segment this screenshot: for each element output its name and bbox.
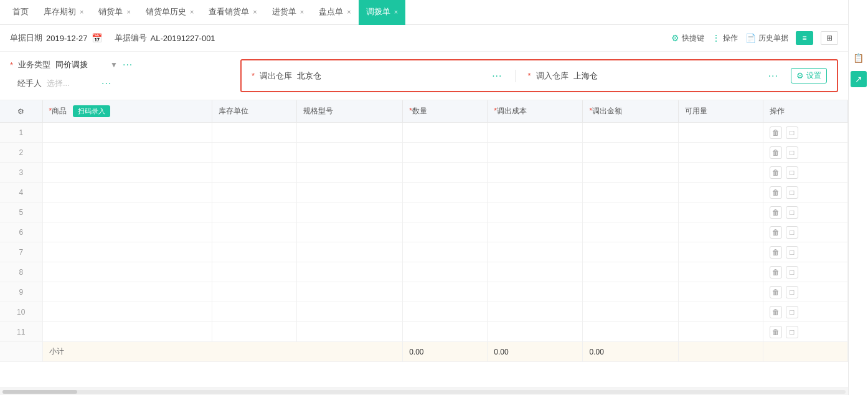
row-spec-cell[interactable] — [297, 302, 403, 322]
row-product-cell[interactable] — [42, 222, 212, 242]
row-amount-cell[interactable] — [583, 183, 678, 202]
row-copy-btn[interactable]: □ — [786, 186, 798, 199]
row-product-cell[interactable] — [42, 143, 212, 163]
row-spec-cell[interactable] — [297, 282, 403, 302]
row-amount-cell[interactable] — [583, 202, 678, 222]
row-product-cell[interactable] — [42, 163, 212, 183]
warehouse-out-value[interactable]: 北京仓 — [297, 70, 347, 82]
sidebar-expand-btn[interactable]: ↗ — [851, 71, 867, 87]
row-qty-cell[interactable] — [403, 123, 488, 143]
row-delete-btn[interactable]: 🗑 — [770, 126, 782, 139]
table-row[interactable]: 3 🗑 □ — [0, 163, 848, 183]
row-unit-cell[interactable] — [212, 183, 296, 202]
row-product-cell[interactable] — [42, 302, 212, 322]
row-cost-cell[interactable] — [488, 282, 583, 302]
warehouse-in-value[interactable]: 上海仓 — [573, 70, 623, 82]
row-spec-cell[interactable] — [297, 163, 403, 183]
col-header-settings[interactable]: ⚙ — [0, 100, 42, 123]
tab-transfer[interactable]: 调拨单 × — [359, 0, 405, 25]
table-row[interactable]: 4 🗑 □ — [0, 183, 848, 202]
warehouse-in-more-btn[interactable]: ··· — [768, 70, 778, 82]
layout-btn-1[interactable]: ≡ — [796, 31, 813, 45]
row-qty-cell[interactable] — [403, 262, 488, 282]
row-spec-cell[interactable] — [297, 322, 403, 342]
row-amount-cell[interactable] — [583, 242, 678, 262]
table-row[interactable]: 6 🗑 □ — [0, 222, 848, 242]
row-cost-cell[interactable] — [488, 123, 583, 143]
row-cost-cell[interactable] — [488, 242, 583, 262]
date-value[interactable]: 2019-12-27 — [46, 34, 88, 43]
business-type-dropdown-icon[interactable]: ▼ — [110, 60, 118, 69]
row-spec-cell[interactable] — [297, 123, 403, 143]
row-available-cell[interactable] — [678, 123, 763, 143]
row-spec-cell[interactable] — [297, 242, 403, 262]
row-copy-btn[interactable]: □ — [786, 306, 798, 318]
row-delete-btn[interactable]: 🗑 — [770, 286, 782, 298]
row-unit-cell[interactable] — [212, 322, 296, 342]
row-amount-cell[interactable] — [583, 262, 678, 282]
row-available-cell[interactable] — [678, 183, 763, 202]
scroll-thumb[interactable] — [2, 390, 77, 394]
row-copy-btn[interactable]: □ — [786, 166, 798, 179]
row-cost-cell[interactable] — [488, 143, 583, 163]
row-unit-cell[interactable] — [212, 222, 296, 242]
row-product-cell[interactable] — [42, 282, 212, 302]
row-unit-cell[interactable] — [212, 143, 296, 163]
row-unit-cell[interactable] — [212, 242, 296, 262]
row-amount-cell[interactable] — [583, 282, 678, 302]
row-delete-btn[interactable]: 🗑 — [770, 206, 782, 219]
row-copy-btn[interactable]: □ — [786, 126, 798, 139]
row-product-cell[interactable] — [42, 242, 212, 262]
row-qty-cell[interactable] — [403, 183, 488, 202]
row-spec-cell[interactable] — [297, 262, 403, 282]
row-available-cell[interactable] — [678, 163, 763, 183]
row-copy-btn[interactable]: □ — [786, 146, 798, 159]
row-unit-cell[interactable] — [212, 302, 296, 322]
row-available-cell[interactable] — [678, 302, 763, 322]
tab-view-sales-close[interactable]: × — [253, 8, 257, 16]
handler-placeholder[interactable]: 选择... — [47, 78, 97, 89]
row-unit-cell[interactable] — [212, 163, 296, 183]
row-qty-cell[interactable] — [403, 282, 488, 302]
row-unit-cell[interactable] — [212, 282, 296, 302]
tab-stocktake[interactable]: 盘点单 × — [311, 0, 358, 25]
row-delete-btn[interactable]: 🗑 — [770, 226, 782, 239]
row-copy-btn[interactable]: □ — [786, 286, 798, 298]
row-cost-cell[interactable] — [488, 163, 583, 183]
row-delete-btn[interactable]: 🗑 — [770, 306, 782, 318]
row-product-cell[interactable] — [42, 322, 212, 342]
tab-purchase-close[interactable]: × — [300, 8, 304, 16]
row-qty-cell[interactable] — [403, 302, 488, 322]
tab-sales-history-close[interactable]: × — [190, 8, 194, 16]
row-spec-cell[interactable] — [297, 143, 403, 163]
row-delete-btn[interactable]: 🗑 — [770, 246, 782, 259]
row-qty-cell[interactable] — [403, 163, 488, 183]
layout-btn-2[interactable]: ⊞ — [821, 31, 838, 45]
row-cost-cell[interactable] — [488, 322, 583, 342]
row-available-cell[interactable] — [678, 242, 763, 262]
table-row[interactable]: 9 🗑 □ — [0, 282, 848, 302]
row-product-cell[interactable] — [42, 183, 212, 202]
tab-sales-order[interactable]: 销货单 × — [91, 0, 138, 25]
tab-stocktake-close[interactable]: × — [347, 8, 351, 16]
row-available-cell[interactable] — [678, 222, 763, 242]
calendar-icon[interactable]: 📅 — [92, 33, 102, 43]
table-row[interactable]: 7 🗑 □ — [0, 242, 848, 262]
history-btn[interactable]: 📄 历史单据 — [745, 33, 788, 44]
table-row[interactable]: 10 🗑 □ — [0, 302, 848, 322]
sidebar-notes-btn[interactable]: 📋 — [851, 50, 867, 66]
settings-button[interactable]: ⚙ 设置 — [791, 68, 827, 83]
row-cost-cell[interactable] — [488, 222, 583, 242]
operation-btn[interactable]: ⋮ 操作 — [712, 33, 738, 44]
row-amount-cell[interactable] — [583, 302, 678, 322]
table-row[interactable]: 11 🗑 □ — [0, 322, 848, 342]
table-settings-icon[interactable]: ⚙ — [17, 107, 24, 116]
row-copy-btn[interactable]: □ — [786, 226, 798, 239]
row-amount-cell[interactable] — [583, 222, 678, 242]
scan-button[interactable]: 扫码录入 — [73, 105, 110, 117]
row-qty-cell[interactable] — [403, 222, 488, 242]
table-row[interactable]: 1 🗑 □ — [0, 123, 848, 143]
doc-no-value[interactable]: AL-20191227-001 — [151, 34, 215, 43]
tab-sales-history[interactable]: 销货单历史 × — [138, 0, 201, 25]
row-product-cell[interactable] — [42, 262, 212, 282]
